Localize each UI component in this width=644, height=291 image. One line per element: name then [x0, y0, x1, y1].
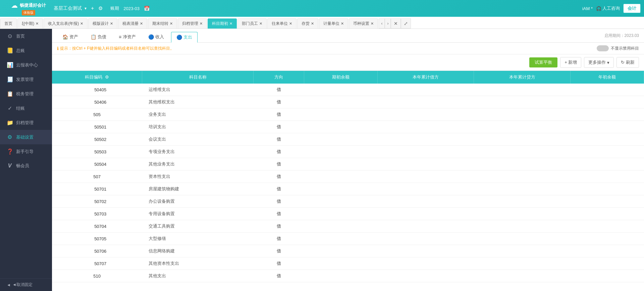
table-row[interactable]: 50703 专用设备购置 借	[52, 208, 644, 220]
tab-archive-close[interactable]: ✕	[200, 21, 203, 26]
tab-period-end-close[interactable]: ✕	[170, 21, 173, 26]
subtab-net-asset[interactable]: ≡ 净资产	[113, 32, 141, 42]
app-subtitle: 体验版	[22, 10, 35, 15]
tab-cashflow[interactable]: ξ(中期) ✕	[17, 18, 43, 29]
cell-credit-year	[474, 158, 571, 171]
table-row[interactable]: 50504 其他业务支出 借	[52, 158, 644, 171]
table-row[interactable]: 510 其他支出 借	[52, 270, 644, 282]
settings-icon[interactable]: ⚙	[98, 5, 103, 11]
tab-inventory-close[interactable]: ✕	[311, 21, 314, 26]
cell-name: 办公设备购置	[142, 195, 253, 208]
sidebar-collapse-button[interactable]: ◄ ◄取消固定	[0, 278, 52, 291]
tab-inventory[interactable]: 存货 ✕	[297, 18, 318, 29]
tab-expand-button[interactable]: ⤢	[401, 18, 411, 29]
table-container: 科目编码 ⚙ 科目名称 方向 期初余额 本年累计借方 本年累计贷方 年初余额 5…	[52, 71, 644, 291]
cell-debit-year	[377, 133, 474, 146]
table-row[interactable]: 50706 信息网络购建 借	[52, 245, 644, 257]
cell-direction: 借	[254, 233, 304, 245]
ledger-icon: 📒	[7, 47, 13, 54]
cell-direction: 借	[254, 208, 304, 220]
tab-template[interactable]: 模版设计 ✕	[88, 18, 117, 29]
subtab-expense[interactable]: 🔵 支出	[171, 32, 198, 43]
table-row[interactable]: 50405 运维维支出 借	[52, 84, 644, 96]
subtab-income[interactable]: 🔵 收入	[143, 32, 169, 42]
sidebar-item-ledger[interactable]: 📒 总账	[0, 43, 52, 58]
table-row[interactable]: 50502 会议支出 借	[52, 133, 644, 146]
cell-year-balance	[570, 233, 644, 245]
refresh-button[interactable]: ↻ 刷新	[616, 57, 639, 68]
balance-button[interactable]: 试算平衡	[529, 57, 557, 67]
sidebar-item-member[interactable]: V 畅会员	[0, 159, 52, 173]
home-icon: ⊙	[7, 33, 13, 39]
cell-debit-year	[377, 220, 474, 233]
table-row[interactable]: 50701 房屋建筑物购建 借	[52, 183, 644, 195]
period-label: 账期	[110, 5, 119, 11]
action-area: 试算平衡 + 新增 更多操作 ▾ ↻ 刷新	[52, 54, 644, 71]
tab-period-end[interactable]: 期末结转 ✕	[148, 18, 177, 29]
cell-credit-year	[474, 133, 571, 146]
more-button[interactable]: 更多操作 ▾	[584, 57, 614, 68]
sidebar-item-settings[interactable]: ⚙ 基础设置	[0, 130, 52, 144]
sidebar-item-invoice[interactable]: 🧾 发票管理	[0, 72, 52, 87]
gear-icon[interactable]: ⚙	[105, 75, 109, 80]
table-row[interactable]: 507 资本性支出 借	[52, 171, 644, 183]
table-row[interactable]: 50702 办公设备购置 借	[52, 195, 644, 208]
tab-archive[interactable]: 归档管理 ✕	[178, 18, 207, 29]
subtab-asset[interactable]: 🏠 资产	[57, 32, 84, 42]
subtab-liability[interactable]: 📋 负债	[85, 32, 112, 42]
tab-currency[interactable]: 币种设置 ✕	[349, 18, 378, 29]
tab-home[interactable]: 首页	[0, 18, 17, 29]
sidebar-item-settle[interactable]: ✓ 结账	[0, 101, 52, 115]
tab-template-close[interactable]: ✕	[110, 21, 113, 26]
company-name: 基层工会测试	[54, 5, 82, 11]
cell-year-balance	[570, 108, 644, 121]
tab-income-expense-close[interactable]: ✕	[80, 21, 83, 26]
tab-measure-close[interactable]: ✕	[341, 21, 344, 26]
tab-currency-close[interactable]: ✕	[371, 21, 374, 26]
table-row[interactable]: 50503 专项业务支出 借	[52, 146, 644, 158]
add-button[interactable]: + 新增	[560, 57, 581, 68]
tab-next-button[interactable]: ›	[385, 18, 391, 29]
tab-subject-init-close[interactable]: ✕	[229, 21, 232, 26]
calendar-icon[interactable]: 📅	[144, 6, 150, 11]
sidebar-item-tax[interactable]: 📋 税务管理	[0, 87, 52, 101]
tab-close-all-button[interactable]: ✕	[391, 18, 401, 29]
cell-direction: 借	[254, 245, 304, 257]
tab-measure-label: 计量单位	[323, 21, 339, 27]
col-header-direction: 方向	[254, 71, 304, 84]
tab-department-close[interactable]: ✕	[259, 21, 262, 26]
table-row[interactable]: 50406 其他维权支出 借	[52, 96, 644, 108]
tab-income-expense[interactable]: 收入支出表(年报) ✕	[44, 18, 88, 29]
tab-cashflow-close[interactable]: ✕	[36, 21, 39, 26]
table-row[interactable]: 505 业务支出 借	[52, 108, 644, 121]
income-icon: 🔵	[148, 34, 154, 40]
table-row[interactable]: 50501 培训支出 借	[52, 121, 644, 133]
tab-template-label: 模版设计	[93, 21, 109, 27]
sidebar-item-guide[interactable]: ❓ 新手引导	[0, 144, 52, 159]
sidebar-item-home[interactable]: ⊙ 首页	[0, 29, 52, 43]
table-row[interactable]: 50704 交通工具购置 借	[52, 220, 644, 233]
tab-tax[interactable]: 税表清册 ✕	[118, 18, 147, 29]
add-company-icon[interactable]: +	[91, 5, 94, 11]
help-button[interactable]: 🎧 人工咨询	[596, 5, 620, 11]
table-row[interactable]: 50705 大型修缮 借	[52, 233, 644, 245]
tab-tax-close[interactable]: ✕	[140, 21, 143, 26]
tab-department[interactable]: 部门员工 ✕	[237, 18, 267, 29]
cell-balance	[304, 195, 377, 208]
cell-code: 50502	[52, 133, 142, 146]
cell-balance	[304, 108, 377, 121]
cell-name: 其他业务支出	[142, 158, 253, 171]
toggle-switch[interactable]	[597, 45, 609, 51]
sidebar-invoice-label: 发票管理	[16, 77, 34, 83]
tab-unit-close[interactable]: ✕	[289, 21, 292, 26]
tab-subject-init[interactable]: 科目期初 ✕	[208, 18, 237, 29]
sidebar-item-report[interactable]: 📊 云报表中心	[0, 58, 52, 72]
company-dropdown-icon[interactable]: ▾	[85, 6, 87, 11]
sidebar-item-archive[interactable]: 📁 归档管理	[0, 115, 52, 130]
tab-measure[interactable]: 计量单位 ✕	[319, 18, 348, 29]
tab-unit[interactable]: 往来单位 ✕	[267, 18, 297, 29]
content-area: 🏠 资产 📋 负债 ≡ 净资产 🔵 收入 🔵 支出 启用期间：2023.03	[52, 29, 644, 291]
tab-prev-button[interactable]: ‹	[379, 18, 385, 29]
table-row[interactable]: 50707 其他资本性支出 借	[52, 257, 644, 270]
account-button[interactable]: 会计	[623, 4, 641, 13]
